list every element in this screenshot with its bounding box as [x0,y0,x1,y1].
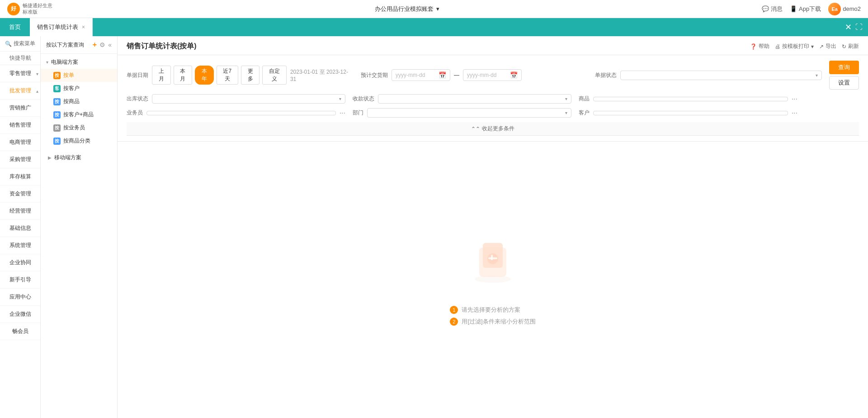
empty-tips: 1 请先选择要分析的方案 2 用[过滤]条件来缩小分析范围 [450,306,535,326]
tab-bar-actions: ✕ ⛶ [845,22,868,32]
filter-salesman-group: 业务员 ··· [127,109,345,117]
template-print-btn[interactable]: 🖨 按模板打印 ▾ [775,43,814,50]
message-btn[interactable]: 💬 消息 [762,5,783,13]
sidebar-item-wechat[interactable]: 企业微信 [0,306,40,323]
chevron-icon: ▴ [36,88,38,93]
salesman-more-icon[interactable]: ··· [340,109,345,117]
select-caret-icon: ▾ [565,96,567,101]
bill-status-select[interactable]: ▾ [620,71,822,80]
sidebar-quick-nav[interactable]: 快捷导航 [0,52,40,65]
this-month-btn[interactable]: 本月 [174,66,193,85]
scheme-section-header-pc[interactable]: ▾ 电脑端方案 [41,56,117,69]
expected-date-end[interactable]: yyyy-mm-dd 📅 [463,69,522,81]
customer-more-icon[interactable]: ··· [792,109,797,117]
salesman-input[interactable] [146,111,336,115]
dept-label: 部门 [353,109,363,117]
window-close-icon[interactable]: ✕ [845,22,852,32]
filter-row-3: 业务员 ··· 部门 ▾ 客户 [127,108,859,118]
custom-date-btn[interactable]: 自定义 [262,66,286,85]
sidebar-item-marketing[interactable]: 营销推广 [0,100,40,117]
scheme-section-pc: ▾ 电脑端方案 按 按单 客 按客户 按 按商品 按 按客户+商品 [41,54,117,149]
sidebar-item-operations[interactable]: 经营管理 [0,203,40,220]
sidebar-item-sales[interactable]: 销售管理 [0,117,40,134]
scheme-item-by-customer-goods[interactable]: 按 按客户+商品 [41,108,117,121]
filter-customer-group: 客户 ··· [579,109,797,117]
chevron-right-icon: ▶ [48,155,52,160]
chevron-up-icon: ⌃⌃ [471,126,480,132]
scheme-section-mobile: ▶ 移动端方案 [41,149,117,166]
scheme-section-header-mobile[interactable]: ▶ 移动端方案 [41,151,117,164]
payment-status-select[interactable]: ▾ [378,94,571,104]
sidebar-item-newuser[interactable]: 新手引导 [0,271,40,289]
collapse-bar[interactable]: ⌃⌃ 收起更多条件 [127,122,859,136]
chevron-down-icon: ▾ [46,60,48,65]
scheme-item-by-salesman[interactable]: 按 按业务员 [41,121,117,134]
sidebar-item-member[interactable]: 畅会员 [0,323,40,340]
sidebar-item-inventory[interactable]: 库存核算 [0,168,40,185]
tab-home[interactable]: 首页 [0,18,30,36]
scheme-item-by-category[interactable]: 按 按商品分类 [41,134,117,147]
sidebar-item-enterprise[interactable]: 企业协同 [0,254,40,271]
this-year-btn[interactable]: 本年 [195,66,214,85]
filter-date-group: 单据日期 上月 本月 本年 近7天 更多 自定义 2023-01-01 至 20… [127,66,354,85]
tab-close-icon[interactable]: × [82,24,85,30]
scheme-item-by-customer[interactable]: 客 按客户 [41,82,117,95]
collapse-scheme-icon[interactable]: « [108,41,112,48]
expected-date-label: 预计交货期 [361,71,388,79]
main-layout: 🔍 搜索菜单 快捷导航 零售管理 ▾ 批发管理 ▴ 营销推广 销售管理 电商管理… [0,36,868,418]
help-btn[interactable]: ❓ 帮助 [750,43,769,50]
sidebar-item-system[interactable]: 系统管理 [0,237,40,254]
goods-more-icon[interactable]: ··· [792,95,797,103]
calendar-icon-2: 📅 [510,71,518,79]
scheme-icon-order: 按 [53,72,61,79]
print-icon: 🖨 [775,43,780,50]
goods-input[interactable] [593,97,788,101]
refresh-icon: ↻ [842,43,846,50]
scheme-item-by-order[interactable]: 按 按单 [41,69,117,82]
user-avatar[interactable]: Ea demo2 [828,3,861,15]
chevron-icon: ▾ [36,71,38,76]
search-icon: 🔍 [5,41,12,47]
scheme-panel-actions: + ⚙ « [93,41,112,49]
window-expand-icon[interactable]: ⛶ [855,23,863,31]
ship-status-select[interactable]: ▾ [152,94,345,104]
scheme-icon-cg: 按 [53,111,61,119]
settings-btn[interactable]: 设置 [829,76,859,90]
sidebar-item-basic-info[interactable]: 基础信息 [0,220,40,237]
sidebar-item-ecommerce[interactable]: 电商管理 [0,134,40,151]
export-btn[interactable]: ↗ 导出 [819,43,836,50]
settings-scheme-icon[interactable]: ⚙ [99,41,105,48]
salesman-label: 业务员 [127,109,143,117]
add-scheme-btn[interactable]: + [93,41,97,49]
content: 按以下方案查询 + ⚙ « ▾ 电脑端方案 按 按单 客 按客户 [41,36,868,418]
filter-area: 单据日期 上月 本月 本年 近7天 更多 自定义 2023-01-01 至 20… [118,55,868,142]
search-btn[interactable]: 查询 [829,61,859,74]
export-icon: ↗ [819,43,824,50]
page-header: 销售订单统计表(按单) ❓ 帮助 🖨 按模板打印 ▾ ↗ [118,36,868,55]
last-month-btn[interactable]: 上月 [152,66,171,85]
more-date-btn[interactable]: 更多 [241,66,260,85]
select-caret-icon: ▾ [816,73,818,78]
tab-current[interactable]: 销售订单统计表 × [30,18,93,36]
customer-input[interactable] [593,111,788,115]
sidebar-item-retail[interactable]: 零售管理 ▾ [0,65,40,82]
app-download-btn[interactable]: 📱 App下载 [790,5,821,13]
date-buttons: 上月 本月 本年 近7天 更多 自定义 [152,66,287,85]
scheme-icon-customer: 客 [53,85,61,92]
empty-tip-1: 1 请先选择要分析的方案 [450,306,535,314]
tab-bar: 首页 销售订单统计表 × ✕ ⛶ [0,18,868,36]
sidebar-item-wholesale[interactable]: 批发管理 ▴ [0,82,40,100]
industry-selector[interactable]: 办公用品行业模拟账套 ▾ [375,5,439,13]
date-label: 单据日期 [127,71,148,79]
sidebar-item-appcenter[interactable]: 应用中心 [0,289,40,306]
page-title: 销售订单统计表(按单) [127,42,197,51]
sidebar-item-purchase[interactable]: 采购管理 [0,151,40,168]
last7days-btn[interactable]: 近7天 [217,66,238,85]
sidebar-item-finance[interactable]: 资金管理 [0,185,40,203]
expected-date-start[interactable]: yyyy-mm-dd 📅 [392,69,450,81]
sidebar-search[interactable]: 🔍 搜索菜单 [0,36,40,52]
scheme-item-by-goods[interactable]: 按 按商品 [41,95,117,108]
action-buttons: 查询 设置 [829,61,859,90]
refresh-btn[interactable]: ↻ 刷新 [842,43,859,50]
dept-select[interactable]: ▾ [367,108,571,118]
